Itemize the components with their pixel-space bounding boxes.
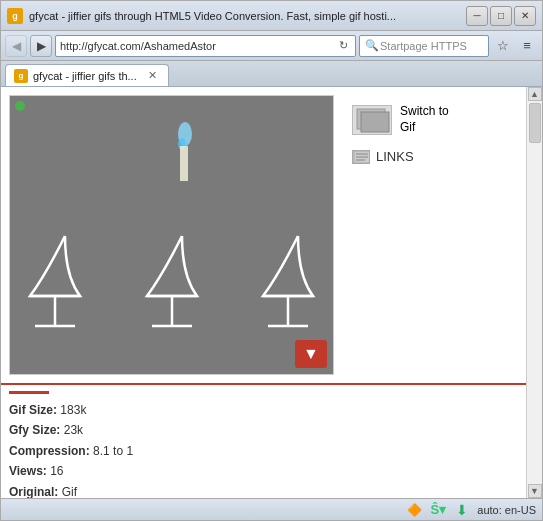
views-label: Views: [9,464,47,478]
gif-size-label: Gif Size: [9,403,57,417]
compression-value: 8.1 to 1 [93,444,133,458]
toolbar-icons: ☆ ≡ [492,35,538,57]
title-bar: g gfycat - jiffier gifs through HTML5 Vi… [1,1,542,31]
menu-icon[interactable]: ≡ [516,35,538,57]
page-main: ▼ [1,87,526,383]
green-dot [15,101,25,111]
sidebar: Switch to Gif [344,95,518,375]
video-canvas: ▼ [10,96,333,374]
gfy-size-value: 23k [64,423,83,437]
gfy-size-label: Gfy Size: [9,423,60,437]
page-content: ▼ [1,87,526,498]
browser-window: g gfycat - jiffier gifs through HTML5 Vi… [0,0,543,521]
scroll-down-arrow[interactable]: ▼ [528,484,542,498]
status-bar: 🔶 Ŝ▾ ⬇ auto: en-US [1,498,542,520]
switch-label-line1: Switch to [400,104,449,120]
original-label: Original: [9,485,58,498]
refresh-icon[interactable]: ↻ [335,38,351,54]
star-icon[interactable]: ☆ [492,35,514,57]
info-section: Gif Size: 183k Gfy Size: 23k Compression… [1,383,526,498]
search-icon: 🔍 [364,38,380,54]
video-container: ▼ [9,95,334,375]
gif-size-row: Gif Size: 183k [9,400,518,420]
status-icons: 🔶 Ŝ▾ ⬇ auto: en-US [405,502,536,518]
links-icon [352,150,370,164]
address-text: http://gfycat.com/AshamedAstor [60,40,335,52]
tab-close-button[interactable]: ✕ [146,69,160,83]
download-button[interactable]: ▼ [295,340,327,368]
svg-rect-14 [361,112,389,132]
red-underline [9,391,49,394]
links-button[interactable]: LINKS [352,149,510,164]
switch-gif-icon [352,105,392,135]
original-value: Gif [62,485,77,498]
title-bar-text: gfycat - jiffier gifs through HTML5 Vide… [29,10,466,22]
close-button[interactable]: ✕ [514,6,536,26]
compression-label: Compression: [9,444,90,458]
views-value: 16 [50,464,63,478]
back-button[interactable]: ◀ [5,35,27,57]
tab-favicon: g [14,69,28,83]
scrollbar[interactable]: ▲ ▼ [526,87,542,498]
compression-row: Compression: 8.1 to 1 [9,441,518,461]
gif-size-value: 183k [60,403,86,417]
gfy-size-row: Gfy Size: 23k [9,420,518,440]
switch-label-line2: Gif [400,120,449,136]
tab-label: gfycat - jiffier gifs th... [33,70,137,82]
address-bar[interactable]: http://gfycat.com/AshamedAstor ↻ [55,35,356,57]
nav-bar: ◀ ▶ http://gfycat.com/AshamedAstor ↻ 🔍 S… [1,31,542,61]
title-bar-controls: ─ □ ✕ [466,6,536,26]
active-tab[interactable]: g gfycat - jiffier gifs th... ✕ [5,64,169,86]
views-row: Views: 16 [9,461,518,481]
scroll-thumb[interactable] [529,103,541,143]
forward-button[interactable]: ▶ [30,35,52,57]
search-text: Startpage HTTPS [380,40,484,52]
green-download-icon[interactable]: ⬇ [453,502,471,518]
switch-label: Switch to Gif [400,104,449,135]
content-area: ▼ [1,87,542,498]
switch-to-gif-button[interactable]: Switch to Gif [352,100,510,139]
green-s-icon[interactable]: Ŝ▾ [429,502,447,518]
video-section: ▼ [9,95,334,375]
original-row: Original: Gif [9,482,518,498]
tab-bar: g gfycat - jiffier gifs th... ✕ [1,61,542,87]
links-label: LINKS [376,149,414,164]
status-language: auto: en-US [477,504,536,516]
chevron-down-icon: ▼ [303,345,319,363]
minimize-button[interactable]: ─ [466,6,488,26]
svg-rect-0 [10,96,333,374]
orange-arrow-icon: 🔶 [405,502,423,518]
maximize-button[interactable]: □ [490,6,512,26]
svg-rect-3 [180,146,188,181]
search-bar[interactable]: 🔍 Startpage HTTPS [359,35,489,57]
scroll-up-arrow[interactable]: ▲ [528,87,542,101]
browser-icon: g [7,8,23,24]
